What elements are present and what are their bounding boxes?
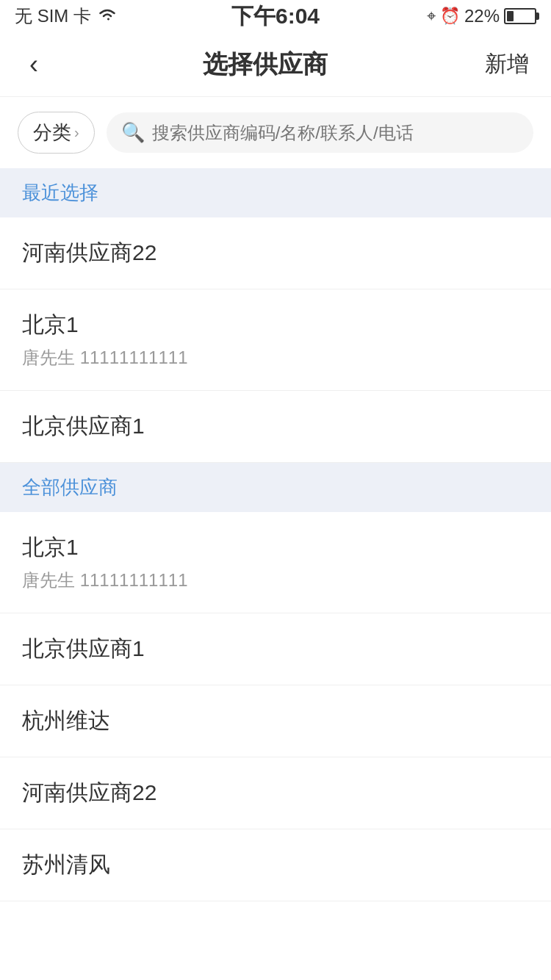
category-label: 分类 [33, 120, 71, 145]
alarm-icon: ⏰ [440, 7, 460, 26]
search-input[interactable] [152, 123, 519, 143]
item-name: 苏州清风 [22, 850, 529, 880]
sections-container: 最近选择河南供应商22北京1唐先生 11111111111北京供应商1全部供应商… [0, 168, 551, 901]
list-item-0-2[interactable]: 北京供应商1 [0, 391, 551, 463]
list-item-1-4[interactable]: 苏州清风 [0, 829, 551, 901]
list-item-1-0[interactable]: 北京1唐先生 11111111111 [0, 512, 551, 613]
status-time: 下午6:04 [231, 1, 320, 32]
search-area: 分类 › 🔍 [0, 97, 551, 168]
list-item-1-3[interactable]: 河南供应商22 [0, 757, 551, 829]
item-sub: 唐先生 11111111111 [22, 569, 529, 592]
list-item-0-0[interactable]: 河南供应商22 [0, 217, 551, 289]
item-name: 杭州维达 [22, 706, 529, 736]
item-name: 北京供应商1 [22, 634, 529, 664]
section-header-1: 全部供应商 [0, 463, 551, 512]
item-name: 河南供应商22 [22, 778, 529, 808]
back-button[interactable]: ‹ [22, 42, 46, 87]
status-left: 无 SIM 卡 [15, 4, 118, 28]
list-item-0-1[interactable]: 北京1唐先生 11111111111 [0, 289, 551, 391]
section-header-0: 最近选择 [0, 168, 551, 217]
item-name: 河南供应商22 [22, 238, 529, 268]
item-sub: 唐先生 11111111111 [22, 346, 529, 370]
item-name: 北京供应商1 [22, 411, 529, 442]
list-item-1-1[interactable]: 北京供应商1 [0, 613, 551, 685]
nav-bar: ‹ 选择供应商 新增 [0, 32, 551, 97]
carrier-label: 无 SIM 卡 [15, 4, 91, 28]
wifi-icon [97, 6, 118, 26]
status-right: ⌖ ⏰ 22% [427, 6, 536, 26]
battery-icon [504, 8, 536, 24]
location-icon: ⌖ [427, 7, 436, 26]
category-button[interactable]: 分类 › [18, 112, 95, 154]
page-title: 选择供应商 [203, 48, 328, 82]
search-icon: 🔍 [121, 121, 145, 144]
battery-percent: 22% [464, 6, 500, 26]
list-item-1-2[interactable]: 杭州维达 [0, 685, 551, 757]
item-name: 北京1 [22, 310, 529, 340]
add-button[interactable]: 新增 [485, 49, 529, 79]
chevron-right-icon: › [74, 124, 79, 141]
status-bar: 无 SIM 卡 下午6:04 ⌖ ⏰ 22% [0, 0, 551, 32]
item-name: 北京1 [22, 533, 529, 563]
search-box: 🔍 [107, 112, 533, 153]
